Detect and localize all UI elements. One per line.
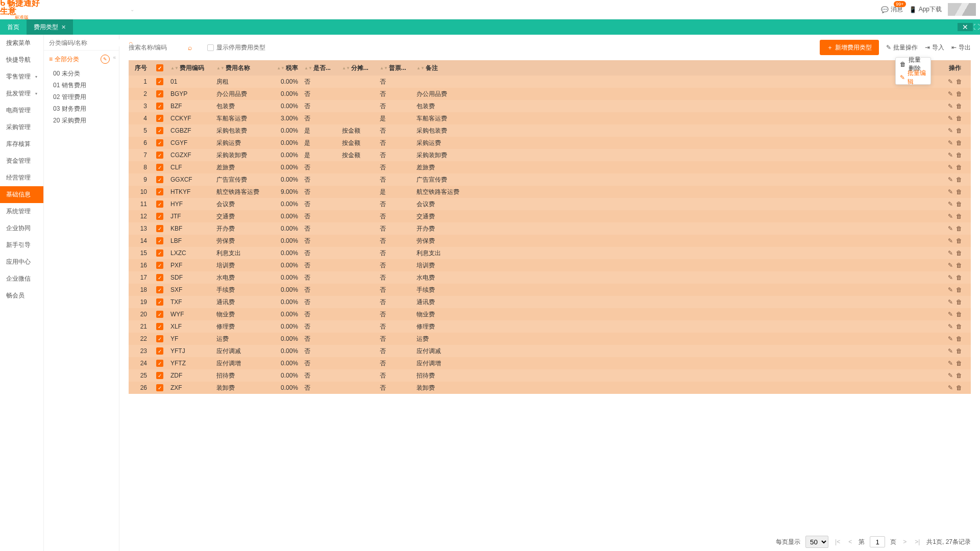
per-page-select[interactable]: 50 (805, 536, 828, 548)
delete-row-icon[interactable]: 🗑 (956, 372, 962, 379)
row-checkbox[interactable]: ✓ (152, 137, 167, 149)
row-checkbox[interactable]: ✓ (152, 369, 167, 382)
edit-row-icon[interactable]: ✎ (948, 274, 953, 281)
show-disabled-checkbox[interactable]: 显示停用费用类型 (207, 43, 265, 52)
delete-row-icon[interactable]: 🗑 (956, 152, 962, 159)
delete-row-icon[interactable]: 🗑 (956, 103, 962, 110)
edit-row-icon[interactable]: ✎ (948, 298, 953, 306)
app-download-button[interactable]: 📱 App下载 (909, 5, 942, 14)
row-checkbox[interactable]: ✓ (152, 271, 167, 284)
avatar[interactable] (948, 3, 976, 16)
edit-row-icon[interactable]: ✎ (948, 152, 953, 159)
expand-icon[interactable]: ⛶ (973, 23, 980, 31)
edit-row-icon[interactable]: ✎ (948, 323, 953, 330)
category-item-0[interactable]: 00 未分类 (53, 68, 119, 80)
delete-row-icon[interactable]: 🗑 (956, 78, 962, 85)
col-bool2[interactable]: ▲▼普票... (377, 60, 413, 76)
sidebar-item-1[interactable]: 快捷导航 (0, 52, 43, 68)
delete-row-icon[interactable]: 🗑 (956, 298, 962, 306)
row-checkbox[interactable]: ✓ (152, 88, 167, 100)
edit-row-icon[interactable]: ✎ (948, 90, 953, 97)
row-checkbox[interactable]: ✓ (152, 161, 167, 173)
row-checkbox[interactable]: ✓ (152, 76, 167, 88)
next-page-button[interactable]: > (901, 538, 908, 545)
delete-row-icon[interactable]: 🗑 (956, 115, 962, 122)
sidebar-item-6[interactable]: 库存核算 (0, 136, 43, 153)
row-checkbox[interactable]: ✓ (152, 259, 167, 271)
delete-row-icon[interactable]: 🗑 (956, 201, 962, 208)
delete-row-icon[interactable]: 🗑 (956, 360, 962, 367)
close-all-tabs-button[interactable]: ✕ (958, 23, 973, 31)
collapse-panel-icon[interactable]: « (113, 55, 116, 64)
delete-row-icon[interactable]: 🗑 (956, 127, 962, 134)
edit-row-icon[interactable]: ✎ (948, 201, 953, 208)
row-checkbox[interactable]: ✓ (152, 112, 167, 124)
close-icon[interactable]: ✕ (61, 24, 66, 31)
delete-row-icon[interactable]: 🗑 (956, 188, 962, 195)
edit-row-icon[interactable]: ✎ (948, 176, 953, 183)
add-expense-type-button[interactable]: ＋ 新增费用类型 (820, 40, 879, 55)
org-selector[interactable]: ⌄ (47, 3, 139, 17)
batch-operate-button[interactable]: ✎ 批量操作 (886, 43, 918, 52)
col-remark[interactable]: ▲▼备注 (413, 60, 939, 76)
row-checkbox[interactable]: ✓ (152, 345, 167, 357)
row-checkbox[interactable]: ✓ (152, 222, 167, 235)
delete-row-icon[interactable]: 🗑 (956, 213, 962, 220)
delete-row-icon[interactable]: 🗑 (956, 225, 962, 232)
row-checkbox[interactable]: ✓ (152, 333, 167, 345)
edit-row-icon[interactable]: ✎ (948, 372, 953, 379)
page-input[interactable] (870, 536, 885, 547)
batch-edit-item[interactable]: ✎ 批量编辑 (896, 71, 930, 84)
category-item-2[interactable]: 02 管理费用 (53, 91, 119, 103)
sidebar-item-3[interactable]: 批发管理▾ (0, 85, 43, 102)
col-select-all[interactable]: ✓ (152, 60, 167, 76)
messages-button[interactable]: 💬 消息 99+ (881, 5, 903, 14)
edit-row-icon[interactable]: ✎ (948, 188, 953, 195)
col-share[interactable]: ▲▼分摊... (339, 60, 377, 76)
delete-row-icon[interactable]: 🗑 (956, 335, 962, 342)
prev-page-button[interactable]: < (847, 538, 853, 545)
edit-row-icon[interactable]: ✎ (948, 237, 953, 244)
edit-row-icon[interactable]: ✎ (948, 213, 953, 220)
sidebar-item-13[interactable]: 应用中心 (0, 254, 43, 270)
sidebar-item-5[interactable]: 采购管理 (0, 119, 43, 136)
edit-row-icon[interactable]: ✎ (948, 360, 953, 367)
row-checkbox[interactable]: ✓ (152, 210, 167, 222)
category-item-3[interactable]: 03 财务费用 (53, 103, 119, 115)
edit-row-icon[interactable]: ✎ (948, 164, 953, 171)
category-all-button[interactable]: ≡ 全部分类 (49, 55, 79, 64)
col-name[interactable]: ▲▼费用名称 (213, 60, 273, 76)
delete-row-icon[interactable]: 🗑 (956, 249, 962, 257)
import-button[interactable]: ⇥ 导入 (925, 43, 944, 52)
sidebar-item-9[interactable]: 基础信息 (0, 186, 43, 203)
category-item-1[interactable]: 01 销售费用 (53, 80, 119, 91)
row-checkbox[interactable]: ✓ (152, 235, 167, 247)
edit-row-icon[interactable]: ✎ (948, 115, 953, 122)
edit-row-icon[interactable]: ✎ (948, 249, 953, 257)
delete-row-icon[interactable]: 🗑 (956, 164, 962, 171)
row-checkbox[interactable]: ✓ (152, 382, 167, 394)
delete-row-icon[interactable]: 🗑 (956, 262, 962, 269)
row-checkbox[interactable]: ✓ (152, 186, 167, 198)
delete-row-icon[interactable]: 🗑 (956, 347, 962, 355)
delete-row-icon[interactable]: 🗑 (956, 323, 962, 330)
row-checkbox[interactable]: ✓ (152, 308, 167, 320)
col-bool1[interactable]: ▲▼是否... (301, 60, 339, 76)
edit-row-icon[interactable]: ✎ (948, 139, 953, 146)
sidebar-item-15[interactable]: 畅会员 (0, 287, 43, 304)
sidebar-item-4[interactable]: 电商管理 (0, 102, 43, 119)
edit-category-icon[interactable]: ✎ (101, 55, 110, 64)
row-checkbox[interactable]: ✓ (152, 149, 167, 161)
category-search-input[interactable] (49, 39, 126, 46)
delete-row-icon[interactable]: 🗑 (956, 311, 962, 318)
last-page-button[interactable]: >| (913, 538, 921, 545)
tab-expense-type[interactable]: 费用类型 ✕ (27, 19, 73, 35)
search-icon[interactable]: ⌕ (188, 43, 192, 52)
first-page-button[interactable]: |< (834, 538, 842, 545)
sidebar-item-2[interactable]: 零售管理▾ (0, 68, 43, 85)
delete-row-icon[interactable]: 🗑 (956, 176, 962, 183)
edit-row-icon[interactable]: ✎ (948, 286, 953, 293)
edit-row-icon[interactable]: ✎ (948, 78, 953, 85)
sidebar-item-11[interactable]: 企业协同 (0, 220, 43, 237)
col-seq[interactable]: 序号 (129, 60, 152, 76)
